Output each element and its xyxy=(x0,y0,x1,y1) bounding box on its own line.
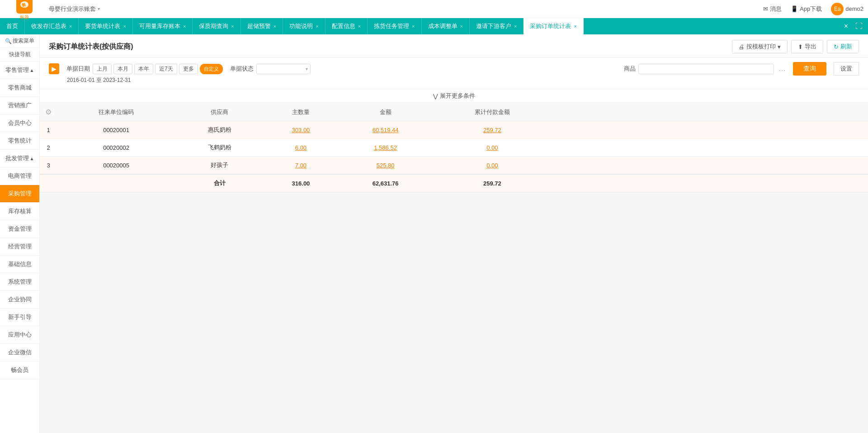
date-btn-custom[interactable]: 自定义 xyxy=(200,64,223,74)
print-button[interactable]: 🖨 按模板打印 ▾ xyxy=(732,40,788,53)
tab-pick[interactable]: 拣货任务管理 × xyxy=(368,18,421,34)
sidebar-item-members[interactable]: 会员中心 xyxy=(0,114,39,132)
sidebar-quick-nav[interactable]: 快捷导航 xyxy=(0,48,39,62)
settings-button[interactable]: 设置 xyxy=(834,62,859,76)
sidebar-item-member-vip[interactable]: 畅会员 xyxy=(0,362,39,379)
tab-inout[interactable]: 收发存汇总表 × xyxy=(25,18,79,34)
row1-paid-link[interactable]: 259.72 xyxy=(483,127,501,133)
tab-invite-close[interactable]: × xyxy=(514,24,517,29)
sidebar-search-label[interactable]: 🔍 搜索菜单 xyxy=(0,34,39,48)
app-download-btn[interactable]: 📱 App下载 xyxy=(791,5,822,13)
filter-goods-label: 商品 xyxy=(624,65,636,73)
row3-quantity-link[interactable]: 7.00 xyxy=(295,162,307,169)
row2-paid-link[interactable]: 0.00 xyxy=(486,144,498,151)
org-selector[interactable]: 母婴行业演示账套 ▾ xyxy=(49,5,100,13)
expand-conditions-btn[interactable]: ⋁ 展开更多条件 xyxy=(433,92,475,100)
table-footer: 合计 316.00 62,631.76 259.72 xyxy=(40,174,868,192)
sidebar-item-wholesale[interactable]: 批发管理 ▲ xyxy=(0,150,39,167)
row2-amount-link[interactable]: 1,586.52 xyxy=(374,144,397,151)
row1-amount-link[interactable]: 60,519.44 xyxy=(373,127,399,133)
sidebar-wholesale-label: 批发管理 xyxy=(5,154,29,162)
table-row: 2 00020002 飞鹤奶粉 6.00 1,586.52 0.00 xyxy=(40,139,868,157)
sidebar-item-retail-shop[interactable]: 零售商城 xyxy=(0,79,39,97)
collapse-btn[interactable]: ▶ xyxy=(49,63,59,74)
expand-down-icon: ⋁ xyxy=(433,93,438,100)
date-btn-thismonth[interactable]: 本月 xyxy=(113,64,132,74)
sidebar-item-retail-stats[interactable]: 零售统计 xyxy=(0,132,39,150)
row3-paid-link[interactable]: 0.00 xyxy=(486,162,498,169)
tab-overstock-close[interactable]: × xyxy=(274,24,276,29)
main-layout: 🔍 搜索菜单 快捷导航 零售管理 ▲ 零售商城 营销推广 会员中心 零售统计 批… xyxy=(0,34,868,433)
sidebar-retail-shop-label: 零售商城 xyxy=(8,84,32,92)
sidebar-sys-label: 系统管理 xyxy=(8,278,32,286)
sidebar-item-guide[interactable]: 新手引导 xyxy=(0,309,39,326)
search-button[interactable]: 查询 xyxy=(793,62,826,76)
filter-goods-input[interactable] xyxy=(638,64,774,74)
close-tab-icon[interactable]: × xyxy=(841,21,851,31)
quick-nav-label: 快捷导航 xyxy=(9,51,31,58)
date-btn-more[interactable]: 更多 xyxy=(179,64,198,74)
sidebar-item-basics[interactable]: 基础信息 xyxy=(0,256,39,273)
filter-status-item: 单据状态 ▾ xyxy=(230,64,311,74)
sidebar-item-inventory-check[interactable]: 库存核算 xyxy=(0,203,39,220)
row3-amount-link[interactable]: 525.80 xyxy=(377,162,395,169)
tab-config[interactable]: 配置信息 × xyxy=(326,18,368,34)
sidebar-item-purchase[interactable]: 采购管理 xyxy=(0,185,39,203)
sidebar-item-collab[interactable]: 企业协同 xyxy=(0,291,39,309)
refresh-button[interactable]: ↻ 刷新 xyxy=(827,40,859,53)
date-btn-7days[interactable]: 近7天 xyxy=(155,64,177,74)
sidebar-item-retail-mgmt[interactable]: 零售管理 ▲ xyxy=(0,62,39,79)
expand-row: ⋁ 展开更多条件 xyxy=(40,89,868,103)
sidebar-item-operations[interactable]: 经营管理 xyxy=(0,238,39,256)
tab-help[interactable]: 功能说明 × xyxy=(283,18,325,34)
tab-expiry-label: 保质期查询 xyxy=(199,22,228,30)
svg-text:畅: 畅 xyxy=(22,3,26,7)
sidebar-item-apps[interactable]: 应用中心 xyxy=(0,326,39,344)
tab-home[interactable]: 首页 xyxy=(0,18,25,34)
filter-dots-icon[interactable]: … xyxy=(778,65,786,73)
tab-help-close[interactable]: × xyxy=(316,24,318,29)
row1-unit-code: 00020001 xyxy=(57,121,175,139)
date-btn-lastmonth[interactable]: 上月 xyxy=(93,64,112,74)
tab-inventory[interactable]: 可用量库存账本 × xyxy=(133,18,193,34)
tab-expiry-close[interactable]: × xyxy=(231,24,234,29)
message-btn[interactable]: ✉ 消息 xyxy=(763,5,782,13)
user-area[interactable]: Ea demo2 xyxy=(831,3,863,15)
sidebar-item-sys[interactable]: 系统管理 xyxy=(0,273,39,291)
tab-invite[interactable]: 邀请下游客户 × xyxy=(470,18,524,34)
tab-inout-close[interactable]: × xyxy=(69,24,72,29)
sidebar-item-wechat[interactable]: 企业微信 xyxy=(0,344,39,362)
sidebar-item-finance[interactable]: 资金管理 xyxy=(0,220,39,238)
collapse-icon[interactable]: ▶ xyxy=(49,63,59,74)
filter-status-select[interactable] xyxy=(256,64,311,74)
tab-purchase-stat-label: 采购订单统计表 xyxy=(530,22,571,30)
message-icon: ✉ xyxy=(763,5,768,12)
maximize-icon[interactable]: ⛶ xyxy=(853,21,865,31)
tab-purchase-stat[interactable]: 采购订单统计表 × xyxy=(524,18,583,34)
row2-quantity-link[interactable]: 6.00 xyxy=(295,144,307,151)
tab-cost-close[interactable]: × xyxy=(460,24,463,29)
date-btn-thisyear[interactable]: 本年 xyxy=(134,64,153,74)
row1-amount: 60,519.44 xyxy=(338,121,433,139)
tab-cost[interactable]: 成本调整单 × xyxy=(422,18,470,34)
table-settings-icon[interactable]: ⚙ xyxy=(45,108,52,116)
tab-pick-close[interactable]: × xyxy=(412,24,415,29)
sidebar-item-marketing[interactable]: 营销推广 xyxy=(0,97,39,114)
nav-tabs: 首页 收发存汇总表 × 要货单统计表 × 可用量库存账本 × 保质期查询 × 超… xyxy=(0,18,868,34)
tab-config-close[interactable]: × xyxy=(358,24,361,29)
tab-purchase-stat-close[interactable]: × xyxy=(574,24,576,29)
th-quantity: 主数量 xyxy=(264,103,338,121)
tab-expiry[interactable]: 保质期查询 × xyxy=(193,18,241,34)
tab-order-stat[interactable]: 要货单统计表 × xyxy=(79,18,132,34)
tab-inventory-close[interactable]: × xyxy=(183,24,186,29)
export-button[interactable]: ⬆ 导出 xyxy=(791,40,823,53)
print-icon: 🖨 xyxy=(739,43,745,50)
row1-quantity-link[interactable]: 303.00 xyxy=(292,127,310,133)
tab-invite-label: 邀请下游客户 xyxy=(476,22,511,30)
sidebar-ecommerce-label: 电商管理 xyxy=(8,172,32,180)
tab-overstock[interactable]: 超储预警 × xyxy=(241,18,283,34)
row3-unit-code: 00020005 xyxy=(57,157,175,175)
filter-status-label: 单据状态 xyxy=(230,65,254,73)
sidebar-item-ecommerce[interactable]: 电商管理 xyxy=(0,167,39,185)
tab-order-stat-close[interactable]: × xyxy=(123,24,126,29)
